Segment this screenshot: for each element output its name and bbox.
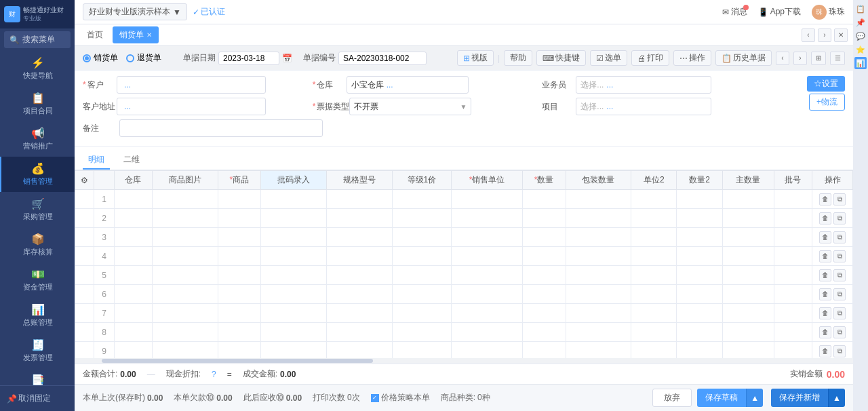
row-unit[interactable] bbox=[452, 228, 523, 247]
row-product[interactable] bbox=[218, 266, 261, 285]
row-copy-btn[interactable]: ⧉ bbox=[833, 326, 846, 338]
row-batch[interactable] bbox=[774, 228, 812, 247]
row-price1[interactable] bbox=[392, 190, 452, 209]
row-qty2[interactable] bbox=[677, 323, 722, 342]
row-unit[interactable] bbox=[452, 285, 523, 304]
project-browse-btn[interactable]: ... bbox=[606, 102, 613, 111]
row-qty[interactable] bbox=[522, 247, 566, 266]
row-batch-entry[interactable] bbox=[261, 228, 327, 247]
row-main-qty[interactable] bbox=[722, 285, 774, 304]
row-pack-qty[interactable] bbox=[566, 266, 631, 285]
row-qty[interactable] bbox=[522, 304, 566, 323]
row-image[interactable] bbox=[152, 190, 218, 209]
row-delete-btn[interactable]: 🗑 bbox=[819, 250, 831, 262]
project-input[interactable]: 选择... ... bbox=[576, 98, 711, 115]
help-btn[interactable]: 帮助 bbox=[504, 50, 532, 66]
row-batch[interactable] bbox=[774, 285, 812, 304]
row-main-qty[interactable] bbox=[722, 247, 774, 266]
row-unit[interactable] bbox=[452, 304, 523, 323]
row-spec[interactable] bbox=[326, 247, 392, 266]
row-qty[interactable] bbox=[522, 342, 566, 359]
panel-icon-5[interactable]: 📊 bbox=[854, 57, 867, 69]
settings-button[interactable]: ☆设置 bbox=[807, 76, 845, 92]
row-warehouse[interactable] bbox=[115, 190, 153, 209]
row-image[interactable] bbox=[152, 209, 218, 228]
row-qty[interactable] bbox=[522, 285, 566, 304]
row-qty[interactable] bbox=[522, 190, 566, 209]
row-spec[interactable] bbox=[326, 228, 392, 247]
save-draft-button[interactable]: 保存草稿 bbox=[697, 389, 746, 407]
row-warehouse[interactable] bbox=[115, 304, 153, 323]
row-price1[interactable] bbox=[392, 209, 452, 228]
row-batch[interactable] bbox=[774, 304, 812, 323]
sidebar-item-nav[interactable]: ⚡ 快捷导航 bbox=[0, 51, 75, 86]
tab-detail[interactable]: 明细 bbox=[83, 151, 110, 170]
row-unit2[interactable] bbox=[631, 247, 677, 266]
row-delete-btn[interactable]: 🗑 bbox=[819, 212, 831, 224]
company-select[interactable]: 好业财专业版演示样本 ▼ bbox=[83, 3, 187, 20]
sidebar-item-marketing[interactable]: 📢 营销推广 bbox=[0, 121, 75, 157]
row-image[interactable] bbox=[152, 228, 218, 247]
row-image[interactable] bbox=[152, 285, 218, 304]
row-copy-btn[interactable]: ⧉ bbox=[833, 212, 846, 224]
row-copy-btn[interactable]: ⧉ bbox=[833, 269, 846, 281]
row-product[interactable] bbox=[218, 209, 261, 228]
row-unit2[interactable] bbox=[631, 285, 677, 304]
row-price1[interactable] bbox=[392, 247, 452, 266]
col-warehouse[interactable]: 仓库 bbox=[115, 171, 153, 190]
panel-icon-3[interactable]: 💬 bbox=[854, 30, 867, 42]
col-qty[interactable]: *数量 bbox=[522, 171, 566, 190]
col-product[interactable]: *商品 bbox=[218, 171, 261, 190]
sidebar-item-accounting[interactable]: 📊 总账管理 bbox=[0, 298, 75, 333]
discard-button[interactable]: 放弃 bbox=[652, 389, 692, 407]
sidebar-item-inventory[interactable]: 📦 库存核算 bbox=[0, 227, 75, 262]
row-spec[interactable] bbox=[326, 209, 392, 228]
row-unit[interactable] bbox=[452, 266, 523, 285]
row-pack-qty[interactable] bbox=[566, 285, 631, 304]
row-unit2[interactable] bbox=[631, 209, 677, 228]
row-image[interactable] bbox=[152, 266, 218, 285]
save-new-arrow[interactable]: ▲ bbox=[828, 389, 845, 407]
row-price1[interactable] bbox=[392, 342, 452, 359]
radio-sales[interactable]: 销货单 bbox=[83, 52, 118, 64]
sidebar-item-sales[interactable]: 💰 销售管理 bbox=[0, 157, 75, 192]
row-warehouse[interactable] bbox=[115, 228, 153, 247]
row-delete-btn[interactable]: 🗑 bbox=[819, 269, 831, 281]
col-unit[interactable]: *销售单位 bbox=[452, 171, 523, 190]
row-delete-btn[interactable]: 🗑 bbox=[819, 288, 831, 300]
row-delete-btn[interactable]: 🗑 bbox=[819, 326, 831, 338]
row-qty2[interactable] bbox=[677, 247, 722, 266]
sidebar-item-invoice[interactable]: 🧾 发票管理 bbox=[0, 333, 75, 368]
salesperson-browse-btn[interactable]: ... bbox=[606, 80, 613, 90]
row-qty2[interactable] bbox=[677, 228, 722, 247]
form-nav-prev[interactable]: ‹ bbox=[776, 52, 789, 65]
row-copy-btn[interactable]: ⧉ bbox=[833, 250, 846, 262]
row-product[interactable] bbox=[218, 228, 261, 247]
row-copy-btn[interactable]: ⧉ bbox=[833, 193, 846, 206]
form-nav-next[interactable]: › bbox=[793, 52, 807, 65]
row-pack-qty[interactable] bbox=[566, 228, 631, 247]
row-batch[interactable] bbox=[774, 266, 812, 285]
row-unit2[interactable] bbox=[631, 228, 677, 247]
row-qty2[interactable] bbox=[677, 342, 722, 359]
row-delete-btn[interactable]: 🗑 bbox=[819, 193, 831, 206]
sidebar-item-tax[interactable]: 📑 税务管理 bbox=[0, 368, 75, 385]
row-batch-entry[interactable] bbox=[261, 190, 327, 209]
unpin-button[interactable]: 📌 取消固定 bbox=[4, 390, 71, 407]
col-qty2[interactable]: 数量2 bbox=[677, 171, 722, 190]
row-unit[interactable] bbox=[452, 209, 523, 228]
row-price1[interactable] bbox=[392, 266, 452, 285]
sidebar-item-project[interactable]: 📋 项目合同 bbox=[0, 86, 75, 121]
row-pack-qty[interactable] bbox=[566, 342, 631, 359]
tab-sales-order[interactable]: 销货单 ✕ bbox=[113, 26, 159, 43]
row-unit2[interactable] bbox=[631, 342, 677, 359]
row-unit[interactable] bbox=[452, 190, 523, 209]
row-spec[interactable] bbox=[326, 266, 392, 285]
row-batch-entry[interactable] bbox=[261, 342, 327, 359]
row-main-qty[interactable] bbox=[722, 323, 774, 342]
address-browse-btn[interactable]: ... bbox=[124, 102, 131, 111]
col-unit2[interactable]: 单位2 bbox=[631, 171, 677, 190]
row-pack-qty[interactable] bbox=[566, 209, 631, 228]
row-batch[interactable] bbox=[774, 247, 812, 266]
row-image[interactable] bbox=[152, 342, 218, 359]
